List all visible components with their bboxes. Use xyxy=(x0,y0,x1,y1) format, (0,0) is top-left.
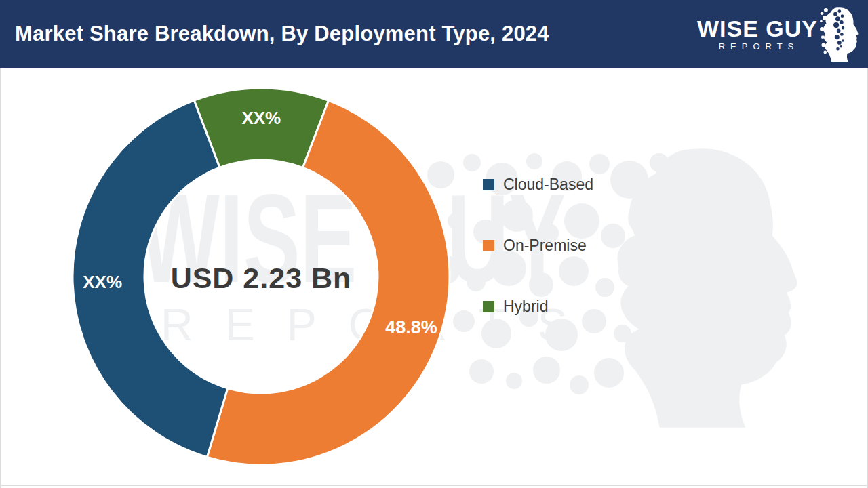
decorative-dot xyxy=(842,26,845,30)
decorative-dot xyxy=(837,28,841,33)
bottom-divider xyxy=(1,485,867,486)
legend-swatch-hybrid xyxy=(483,301,494,312)
decorative-dot xyxy=(842,39,844,42)
decorative-dot xyxy=(823,51,827,54)
legend: Cloud-Based On-Premise Hybrid xyxy=(483,176,593,316)
legend-swatch-on-premise xyxy=(483,240,494,251)
decorative-dot xyxy=(835,35,840,39)
page-title: Market Share Breakdown, By Deployment Ty… xyxy=(15,22,549,46)
legend-item-on-premise: On-Premise xyxy=(483,237,593,255)
logo-subtext: REPORTS xyxy=(716,41,800,52)
decorative-dot xyxy=(841,14,844,18)
decorative-dot xyxy=(840,45,842,48)
page: Market Share Breakdown, By Deployment Ty… xyxy=(0,0,868,488)
decorative-dot xyxy=(824,8,828,12)
header: Market Share Breakdown, By Deployment Ty… xyxy=(0,0,868,68)
decorative-dot xyxy=(836,47,840,51)
logo-wordmark: WISE GUY xyxy=(697,16,818,41)
chart-area xyxy=(0,68,868,488)
decorative-dot xyxy=(837,9,841,13)
legend-item-cloud-based: Cloud-Based xyxy=(483,176,593,194)
legend-label: Hybrid xyxy=(503,298,548,316)
legend-swatch-cloud-based xyxy=(483,179,494,190)
decorative-dot xyxy=(821,35,825,39)
legend-label: On-Premise xyxy=(503,237,587,255)
legend-label: Cloud-Based xyxy=(503,176,593,194)
wise-guy-logo: WISE GUY REPORTS xyxy=(697,6,861,62)
decorative-dot xyxy=(833,12,837,16)
decorative-dot xyxy=(820,20,823,23)
decorative-dot xyxy=(835,16,840,21)
decorative-dot xyxy=(840,33,844,36)
legend-item-hybrid: Hybrid xyxy=(483,298,593,316)
decorative-dot xyxy=(840,20,844,24)
decorative-dot xyxy=(837,41,842,45)
logo-face-icon xyxy=(819,6,861,62)
decorative-dot xyxy=(833,22,839,28)
logo-text: WISE GUY REPORTS xyxy=(697,16,818,52)
decorative-dot xyxy=(821,12,824,15)
